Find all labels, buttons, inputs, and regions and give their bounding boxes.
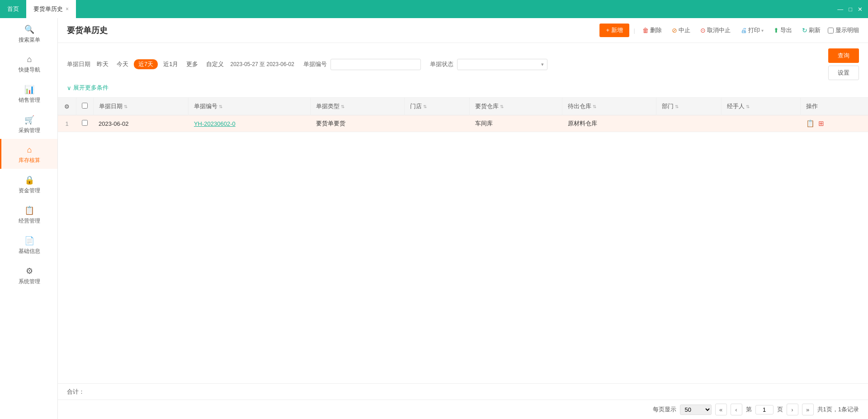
status-select-wrap — [457, 59, 547, 70]
th-handler-label: 经手人 — [727, 102, 745, 110]
sidebar-sales-mgmt-label: 销售管理 — [19, 96, 40, 104]
display-detail-checkbox[interactable] — [828, 28, 834, 33]
sidebar-item-quick-nav[interactable]: ⌂ 快捷导航 — [0, 48, 57, 78]
shortcut-7days[interactable]: 近7天 — [134, 59, 158, 69]
tab-home-label: 首页 — [7, 5, 19, 13]
sidebar-item-system-mgmt[interactable]: ⚙ 系统管理 — [0, 260, 57, 290]
status-label: 单据状态 — [430, 60, 453, 68]
status-filter-group: 单据状态 — [430, 59, 547, 70]
sort-pending-warehouse-icon: ⇅ — [593, 104, 596, 109]
shortcut-1month[interactable]: 近1月 — [160, 59, 181, 69]
shortcut-today[interactable]: 今天 — [114, 59, 131, 69]
tab-order-history[interactable]: 要货单历史 × — [26, 0, 76, 18]
stop-button[interactable]: ⊘ 中止 — [669, 24, 693, 36]
row-edit-icon[interactable]: 📋 — [806, 119, 815, 128]
first-page-icon: « — [719, 406, 722, 413]
sort-req-warehouse-icon: ⇅ — [500, 104, 504, 109]
print-button[interactable]: 🖨 打印 ▾ — [738, 24, 766, 36]
top-nav: 首页 要货单历史 × — □ ✕ — [0, 0, 868, 18]
main-layout: 🔍 搜索菜单 ⌂ 快捷导航 📊 销售管理 🛒 采购管理 ⌂ 库存核算 🔒 资金管… — [0, 18, 868, 419]
row-delete-icon[interactable]: ⊞ — [818, 119, 824, 128]
sidebar-item-purchase-mgmt[interactable]: 🛒 采购管理 — [0, 109, 57, 139]
th-pending-warehouse: 待出仓库 ⇅ — [562, 98, 656, 115]
sort-req-warehouse[interactable]: 要货仓库 ⇅ — [475, 102, 557, 110]
th-order-type: 单据类型 ⇅ — [311, 98, 404, 115]
current-page-input[interactable] — [755, 405, 774, 414]
next-page-button[interactable]: › — [787, 404, 798, 415]
display-detail-label: 显示明细 — [835, 26, 859, 34]
tab-close-icon[interactable]: × — [66, 6, 69, 12]
query-button[interactable]: 查询 — [828, 48, 859, 63]
sort-order-no-icon: ⇅ — [219, 104, 222, 109]
th-order-no-label: 单据编号 — [194, 102, 217, 110]
th-order-no: 单据编号 ⇅ — [189, 98, 311, 115]
last-page-icon: » — [806, 406, 809, 413]
first-page-button[interactable]: « — [715, 404, 727, 415]
total-info: 共1页，1条记录 — [817, 405, 859, 414]
inventory-icon: ⌂ — [27, 145, 32, 155]
sort-department[interactable]: 部门 ⇅ — [662, 102, 716, 110]
sidebar-item-inventory[interactable]: ⌂ 库存核算 — [0, 139, 57, 169]
print-icon: 🖨 — [741, 27, 747, 34]
new-button[interactable]: + 新增 — [599, 24, 629, 37]
shortcut-yesterday[interactable]: 昨天 — [94, 59, 111, 69]
expand-more-button[interactable]: ∨ 展开更多条件 — [67, 84, 859, 92]
stop-icon: ⊘ — [672, 27, 677, 34]
filter-row-1: 单据日期 昨天 今天 近7天 近1月 更多 自定义 2023-05-27 至 2… — [67, 48, 859, 80]
settings-button[interactable]: 设置 — [828, 66, 859, 80]
th-req-warehouse: 要货仓库 ⇅ — [470, 98, 562, 115]
footer-summary: 合计： — [58, 383, 868, 400]
order-no-input[interactable] — [330, 59, 421, 70]
sidebar-item-ops-mgmt[interactable]: 📋 经营管理 — [0, 199, 57, 229]
th-store-label: 门店 — [410, 102, 422, 110]
purchase-mgmt-icon: 🛒 — [24, 115, 34, 125]
row-date: 2023-06-02 — [93, 115, 189, 132]
sidebar-item-base-info[interactable]: 📄 基础信息 — [0, 229, 57, 260]
th-order-type-label: 单据类型 — [316, 102, 340, 110]
close-button[interactable]: ✕ — [858, 6, 863, 13]
sort-date[interactable]: 单据日期 ⇅ — [99, 102, 183, 110]
shortcut-more[interactable]: 更多 — [184, 59, 201, 69]
sort-department-icon: ⇅ — [675, 104, 679, 109]
row-pending-warehouse: 原材料仓库 — [562, 115, 656, 132]
tab-home[interactable]: 首页 — [0, 0, 26, 18]
stop-label: 中止 — [679, 26, 690, 34]
prev-page-button[interactable]: ‹ — [731, 404, 742, 415]
page-title: 要货单历史 — [67, 25, 108, 41]
export-button[interactable]: ⬆ 导出 — [771, 24, 795, 36]
sort-pending-warehouse[interactable]: 待出仓库 ⇅ — [568, 102, 650, 110]
row-order-no-link[interactable]: YH-20230602-0 — [194, 120, 236, 127]
refresh-label: 刷新 — [809, 26, 821, 34]
page-size-select[interactable]: 20 50 100 200 — [680, 405, 712, 415]
sidebar-item-search-menu[interactable]: 🔍 搜索菜单 — [0, 18, 57, 48]
row-order-type: 要货单要货 — [311, 115, 404, 132]
refresh-button[interactable]: ↻ 刷新 — [799, 24, 823, 36]
shortcut-custom[interactable]: 自定义 — [203, 59, 226, 69]
sort-store[interactable]: 门店 ⇅ — [410, 102, 464, 110]
sort-order-no[interactable]: 单据编号 ⇅ — [194, 102, 305, 110]
maximize-button[interactable]: □ — [849, 6, 852, 13]
row-req-warehouse: 车间库 — [470, 115, 562, 132]
sidebar-item-sales-mgmt[interactable]: 📊 销售管理 — [0, 78, 57, 109]
sort-date-icon: ⇅ — [124, 104, 127, 109]
cancel-stop-icon: ⊙ — [700, 27, 706, 34]
last-page-button[interactable]: » — [802, 404, 814, 415]
cancel-stop-button[interactable]: ⊙ 取消中止 — [698, 24, 733, 36]
sidebar-item-finance-mgmt[interactable]: 🔒 资金管理 — [0, 169, 57, 199]
display-detail-button[interactable]: 显示明细 — [828, 26, 859, 34]
sidebar-quick-nav-label: 快捷导航 — [19, 66, 40, 74]
th-date-label: 单据日期 — [99, 102, 123, 110]
row-department — [656, 115, 722, 132]
th-pending-warehouse-label: 待出仓库 — [568, 102, 591, 110]
settings-gear-icon[interactable]: ⚙ — [64, 103, 70, 110]
status-select[interactable] — [457, 59, 547, 70]
select-all-checkbox[interactable] — [82, 103, 88, 109]
page-label: 第 — [746, 405, 752, 414]
export-icon: ⬆ — [774, 27, 779, 34]
sort-order-type[interactable]: 单据类型 ⇅ — [316, 102, 398, 110]
table-body: 1 2023-06-02 YH-20230602-0 要货单要货 车间库 原材料… — [58, 115, 868, 132]
sort-handler[interactable]: 经手人 ⇅ — [727, 102, 795, 110]
minimize-button[interactable]: — — [837, 6, 843, 13]
row-checkbox[interactable] — [82, 120, 88, 126]
delete-button[interactable]: 🗑 删除 — [640, 24, 665, 36]
